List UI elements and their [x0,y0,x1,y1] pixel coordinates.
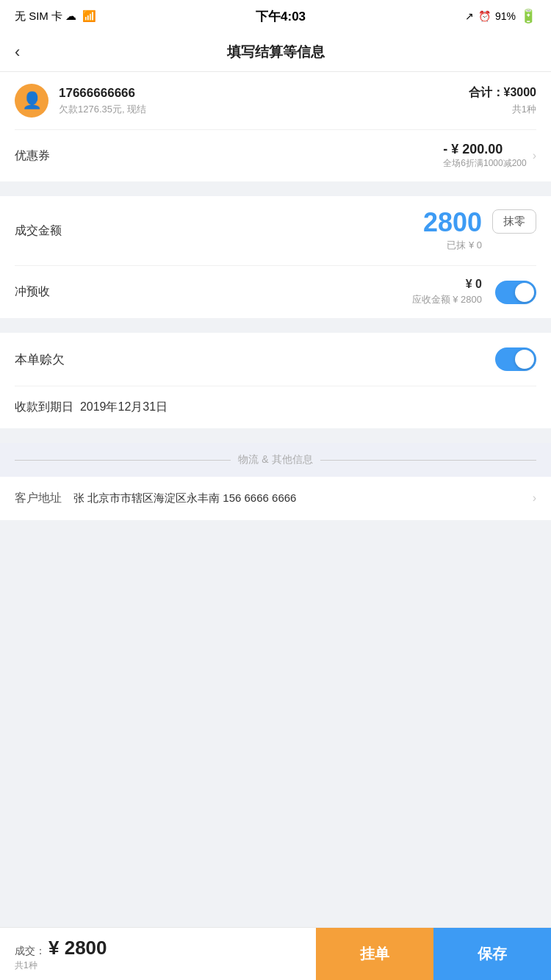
coupon-label: 优惠券 [15,148,50,164]
address-card: 客户地址 张 北京市市辖区海淀区永丰南 156 6666 6666 › [0,477,551,520]
coupon-chevron-icon: › [533,149,536,162]
avatar-icon: 👤 [22,91,42,110]
logistics-line-left [15,460,231,461]
deal-amount-sub: 已抹 ¥ 0 [423,239,482,252]
gap-1 [0,189,551,196]
user-info: 17666666666 欠款1276.35元, 现结 [59,86,469,116]
wifi-icon: 📶 [82,10,96,23]
coupon-desc: 全场6折满1000减200 [443,157,526,170]
status-time: 下午4:03 [256,8,306,25]
flush-row: 冲预收 ¥ 0 应收金额 ¥ 2800 [0,266,551,318]
deal-amount-value: 2800 [423,209,482,236]
debt-row: 本单赊欠 [0,333,551,386]
footer-count: 共1种 [15,959,301,972]
user-row: 👤 17666666666 欠款1276.35元, 现结 合计：¥3000 共1… [0,72,551,129]
nav-bar: ‹ 填写结算等信息 [0,32,551,72]
deal-amount-row: 成交金额 2800 已抹 ¥ 0 抹零 [0,196,551,265]
address-chevron-icon: › [533,491,536,505]
deal-amount-label: 成交金额 [15,223,62,239]
sim-label: 无 SIM 卡 ☁ [15,10,76,24]
footer-info: 成交： ¥ 2800 共1种 [0,937,316,972]
round-button[interactable]: 抹零 [492,209,536,234]
footer: 成交： ¥ 2800 共1种 挂单 保存 [0,927,551,980]
flush-info: ¥ 0 应收金额 ¥ 2800 [412,278,482,306]
due-date-label: 收款到期日 2019年12月31日 [15,400,168,413]
total-amount: 合计：¥3000 [469,85,537,101]
location-icon: ↗ [465,10,474,22]
total-count: 共1种 [469,103,537,116]
flush-amount: ¥ 0 [412,278,482,291]
user-total: 合计：¥3000 共1种 [469,85,537,116]
debt-label: 本单赊欠 [15,351,65,368]
debt-card: 本单赊欠 收款到期日 2019年12月31日 [0,333,551,428]
coupon-amount: - ¥ 200.00 [443,142,526,157]
logistics-line-right [320,460,536,461]
logistics-label: 物流 & 其他信息 [238,453,312,466]
coupon-row[interactable]: 优惠券 - ¥ 200.00 全场6折满1000减200 › [0,130,551,181]
flush-sub: 应收金额 ¥ 2800 [412,293,482,306]
flush-toggle[interactable] [495,281,536,304]
address-label: 客户地址 [15,491,62,506]
gap-3 [0,436,551,443]
gap-2 [0,325,551,333]
back-button[interactable]: ‹ [15,43,20,62]
address-row[interactable]: 客户地址 张 北京市市辖区海淀区永丰南 156 6666 6666 › [0,477,551,520]
hang-button[interactable]: 挂单 [316,928,433,981]
avatar: 👤 [15,84,48,118]
bottom-gray-area [0,527,551,674]
status-left: 无 SIM 卡 ☁ 📶 [15,10,96,24]
alarm-icon: ⏰ [478,10,491,22]
debt-toggle[interactable] [495,347,536,371]
address-content: 张 北京市市辖区海淀区永丰南 156 6666 6666 [73,490,533,507]
flush-label: 冲预收 [15,284,50,300]
user-phone: 17666666666 [59,86,469,101]
footer-amount: ¥ 2800 [48,937,107,959]
battery-label: 91% [495,10,516,22]
status-bar: 无 SIM 卡 ☁ 📶 下午4:03 ↗ ⏰ 91% 🔋 [0,0,551,32]
save-button[interactable]: 保存 [433,928,551,981]
user-sub: 欠款1276.35元, 现结 [59,103,469,116]
coupon-right: - ¥ 200.00 全场6折满1000减200 › [443,142,536,170]
footer-deal-label: 成交： [15,945,46,958]
page-title: 填写结算等信息 [227,43,325,62]
deal-card: 成交金额 2800 已抹 ¥ 0 抹零 冲预收 ¥ 0 应收金额 ¥ 2800 [0,196,551,318]
status-right: ↗ ⏰ 91% 🔋 [465,8,536,24]
logistics-separator: 物流 & 其他信息 [0,443,551,477]
due-date-value: 2019年12月31日 [80,400,168,413]
user-info-card: 👤 17666666666 欠款1276.35元, 现结 合计：¥3000 共1… [0,72,551,181]
due-date-row: 收款到期日 2019年12月31日 [0,386,551,428]
battery-icon: 🔋 [520,8,536,24]
